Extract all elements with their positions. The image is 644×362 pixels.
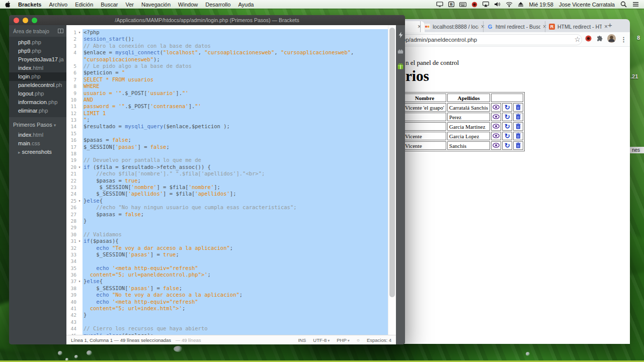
fold-arrow-icon[interactable]: ▾ bbox=[76, 198, 83, 204]
close-window-button[interactable] bbox=[14, 18, 19, 23]
delete-user-button[interactable] bbox=[513, 141, 523, 150]
spotlight-search-icon[interactable] bbox=[620, 1, 627, 8]
menu-item-window[interactable]: Window bbox=[178, 2, 198, 8]
extensions-puzzle-icon[interactable] bbox=[596, 35, 603, 44]
menu-item-ver[interactable]: Ver bbox=[126, 2, 134, 8]
code-text[interactable]: content="5; url=paneldecontrol.php">'; bbox=[83, 272, 388, 278]
code-text[interactable] bbox=[83, 130, 388, 137]
tab-close-icon[interactable]: × bbox=[604, 24, 608, 30]
code-text[interactable]: usuario = '".$_POST['usuario']."' bbox=[83, 90, 388, 97]
sidebar-file-main.css[interactable]: main.css bbox=[9, 139, 66, 148]
notification-center-icon[interactable] bbox=[632, 2, 639, 7]
delete-user-button[interactable] bbox=[513, 103, 523, 112]
menubar-user[interactable]: Jose Vicente Carratala bbox=[559, 2, 615, 8]
code-text[interactable]: $resultado = mysqli_query($enlace,$petic… bbox=[83, 123, 388, 130]
view-user-button[interactable] bbox=[491, 113, 501, 121]
code-text[interactable]: echo '<meta http-equiv="refresh" bbox=[83, 265, 388, 272]
code-text[interactable]: echo "Te voy a dar acceso a la aplicacio… bbox=[83, 245, 388, 251]
split-view-icon[interactable] bbox=[58, 28, 63, 34]
code-text[interactable]: password = '".$_POST['contrasena']."' bbox=[83, 103, 388, 110]
wifi-icon[interactable] bbox=[506, 2, 513, 7]
keyboard-icon[interactable] bbox=[459, 2, 466, 7]
code-text[interactable]: $_SESSION['pasas'] = false; bbox=[83, 144, 388, 150]
code-text[interactable]: <?php bbox=[83, 29, 388, 36]
code-text[interactable]: // Le pido algo a la base de datos bbox=[83, 63, 388, 69]
code-text[interactable]: //echo $fila['nombre']." ".$fila['apelli… bbox=[83, 170, 388, 177]
delete-user-button[interactable] bbox=[513, 132, 523, 140]
airplay-icon[interactable] bbox=[482, 2, 489, 7]
browser-tab-2[interactable]: localhost:8888 / loca× bbox=[420, 21, 488, 32]
code-text[interactable]: echo "No te voy a dar acceso a la aplica… bbox=[83, 292, 388, 298]
code-text[interactable]: content="5; url=index.html">'; bbox=[83, 305, 388, 312]
desktop-icon-label-fragment[interactable]: 8 bbox=[637, 35, 640, 41]
code-text[interactable]: $enlace = mysqli_connect("localhost", "c… bbox=[83, 49, 388, 56]
code-text[interactable]: $peticion = " bbox=[83, 69, 388, 76]
code-text[interactable]: $_SESSION['apellidos'] = $fila['apellido… bbox=[83, 191, 388, 197]
sidebar-file-informacion.php[interactable]: informacion.php bbox=[9, 98, 66, 107]
menubar-clock[interactable]: Mié 19:58 bbox=[529, 2, 553, 8]
menu-item-brackets[interactable]: Brackets bbox=[18, 2, 41, 8]
sidebar-file-php9.php[interactable]: php9.php bbox=[9, 47, 66, 55]
code-text[interactable]: $_SESSION['nombre'] = $fila['nombre']; bbox=[83, 184, 388, 191]
refresh-user-button[interactable]: ↻ bbox=[502, 113, 512, 121]
refresh-user-button[interactable]: ↻ bbox=[502, 132, 512, 140]
insert-mode-status[interactable]: INS bbox=[298, 337, 306, 343]
sidebar-file-eliminar.php[interactable]: eliminar.php bbox=[9, 107, 66, 115]
scrollbar-thumb[interactable] bbox=[389, 28, 395, 297]
code-text[interactable]: if ($fila = $resultado->fetch_assoc()) { bbox=[83, 164, 388, 170]
code-text[interactable]: session_start(); bbox=[83, 36, 388, 42]
code-text[interactable]: //echo "No hay ningun usuario que cumpla… bbox=[83, 204, 388, 211]
adblock-extension-icon[interactable] bbox=[585, 35, 592, 44]
code-text[interactable]: // Abro la conexión con la base de datos bbox=[83, 43, 388, 49]
sidebar-file-ProyectoJava17.ja[interactable]: ProyectoJava17.ja bbox=[9, 55, 66, 64]
project-switcher[interactable]: Primeros Pasos ▾ bbox=[9, 117, 66, 131]
sidebar-file-paneldecontrol.ph[interactable]: paneldecontrol.ph bbox=[9, 81, 66, 89]
sidebar-file-login.php[interactable]: login.php bbox=[9, 72, 66, 81]
code-text[interactable]: // Devuelvo por pantalla lo que me de bbox=[83, 157, 388, 163]
view-user-button[interactable] bbox=[491, 103, 501, 112]
code-text[interactable]: $pasas = true; bbox=[83, 177, 388, 184]
delete-user-button[interactable] bbox=[513, 122, 523, 131]
code-text[interactable]: AND bbox=[83, 97, 388, 103]
code-text[interactable]: WHERE bbox=[83, 83, 388, 89]
code-text[interactable]: // Cierro los recursos que haya abierto bbox=[83, 325, 388, 332]
code-text[interactable]: $pasas = false; bbox=[83, 211, 388, 218]
menu-item-edición[interactable]: Edición bbox=[75, 2, 93, 8]
code-text[interactable]: "; bbox=[83, 117, 388, 123]
apple-menu-icon[interactable] bbox=[5, 1, 11, 8]
b-app-icon[interactable]: B bbox=[448, 2, 454, 7]
view-user-button[interactable] bbox=[491, 141, 501, 150]
desktop-icon-label-fragment[interactable]: nes bbox=[629, 147, 644, 153]
code-text[interactable]: }else{ bbox=[83, 278, 388, 285]
fold-arrow-icon[interactable]: ▾ bbox=[76, 29, 83, 36]
profile-avatar[interactable] bbox=[607, 34, 616, 45]
indentation-status[interactable]: Espacios: 4 bbox=[367, 337, 391, 343]
minimize-window-button[interactable] bbox=[23, 18, 28, 23]
view-user-button[interactable] bbox=[491, 122, 501, 131]
code-text[interactable] bbox=[83, 258, 388, 264]
record-icon[interactable] bbox=[471, 2, 477, 8]
bookmark-star-icon[interactable]: ☆ bbox=[574, 35, 581, 43]
sidebar-file-php8.php[interactable]: php8.php bbox=[9, 38, 66, 47]
sidebar-file-index.html[interactable]: index.html bbox=[9, 131, 66, 139]
browser-tab-4[interactable]: RHTML redirect - HTM× bbox=[545, 21, 611, 32]
refresh-user-button[interactable]: ↻ bbox=[502, 141, 512, 150]
browser-menu-icon[interactable]: ⋮ bbox=[620, 36, 627, 43]
extension-update-gift-icon[interactable] bbox=[397, 62, 404, 71]
code-text[interactable]: echo '<meta http-equiv="refresh" bbox=[83, 299, 388, 305]
sidebar-file-index.html[interactable]: index.html bbox=[9, 64, 66, 72]
encoding-selector[interactable]: UTF-8▾ bbox=[313, 337, 330, 343]
code-text[interactable]: // Validamos bbox=[83, 231, 388, 238]
menu-item-navegación[interactable]: Navegación bbox=[141, 2, 171, 8]
editor-scrollbar[interactable] bbox=[388, 25, 396, 335]
sidebar-file-logout.php[interactable]: logout.php bbox=[9, 89, 66, 98]
zoom-window-button[interactable] bbox=[32, 18, 37, 23]
code-text[interactable] bbox=[83, 224, 388, 231]
code-text[interactable] bbox=[83, 319, 388, 325]
language-selector[interactable]: PHP▾ bbox=[337, 337, 350, 343]
view-user-button[interactable] bbox=[491, 132, 501, 140]
code-text[interactable]: $pasas = false; bbox=[83, 137, 388, 143]
menu-item-buscar[interactable]: Buscar bbox=[101, 2, 118, 8]
code-editor[interactable]: 1▾<?php2session_start();3// Abro la cone… bbox=[66, 25, 396, 335]
code-text[interactable]: "cursoaplicacionesweb"); bbox=[83, 56, 388, 63]
